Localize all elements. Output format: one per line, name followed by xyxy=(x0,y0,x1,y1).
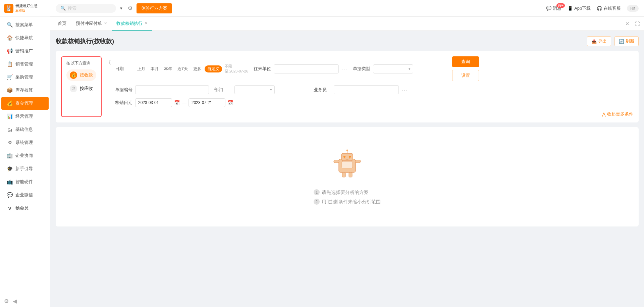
staff-more-icon[interactable]: ··· xyxy=(401,87,408,93)
writeoff-date-start-input[interactable] xyxy=(135,98,172,107)
svg-rect-10 xyxy=(342,161,353,168)
collapse-more[interactable]: ⋀ 收起更多条件 xyxy=(115,111,633,117)
tab-expand-icon[interactable]: ⛶ xyxy=(634,19,641,28)
sidebar-item-marketing[interactable]: 📢 营销推广 xyxy=(1,45,49,57)
setting-button[interactable]: 设置 xyxy=(452,70,479,81)
topbar-search-icon: 🔍 xyxy=(60,6,66,11)
dept-select[interactable] xyxy=(234,85,275,94)
message-icon: 💬 xyxy=(546,6,551,11)
writeoff-date-range: 📅 — 📅 xyxy=(135,98,233,107)
topbar-search-box[interactable]: 🔍 搜索 xyxy=(56,4,116,13)
filter-row-1: 日期 上月 本月 本年 近7天 更多 自定义 不限 至 2023-07-26 xyxy=(115,56,633,81)
sidebar-item-enterprise[interactable]: 🏢 企业协同 xyxy=(1,149,49,162)
filter-option-by-receivable[interactable]: ⏱ 按应收 xyxy=(66,83,96,94)
svg-rect-8 xyxy=(334,160,339,163)
tabs-actions: ✕ ⛶ xyxy=(624,19,641,28)
sidebar-item-member[interactable]: V 畅会员 xyxy=(1,202,49,214)
sidebar-item-sales[interactable]: 📋 销售管理 xyxy=(1,58,49,70)
sidebar-item-hardware[interactable]: 📺 智能硬件 xyxy=(1,175,49,188)
sidebar-item-system[interactable]: ⚙ 系统管理 xyxy=(1,136,49,149)
doc-type-select[interactable] xyxy=(373,64,413,73)
empty-tips: 1 请先选择要分析的方案 2 用[过滤]条件来缩小分析范围 xyxy=(314,188,381,206)
counterparty-label: 往来单位 xyxy=(254,66,271,72)
dept-label: 部门 xyxy=(214,87,232,93)
date-opt-7days[interactable]: 近7天 xyxy=(175,65,190,72)
sidebar-item-wechat[interactable]: 💬 企业微信 xyxy=(1,189,49,201)
staff-input[interactable] xyxy=(334,85,399,94)
filter-type-title: 按以下方查询 xyxy=(66,60,96,66)
date-to: 至 2023-07-26 xyxy=(225,69,248,74)
sales-icon: 📋 xyxy=(7,61,13,67)
guide-icon: 🎓 xyxy=(7,166,13,172)
writeoff-date-end-cal-icon[interactable]: 📅 xyxy=(227,100,233,105)
sidebar-footer: ⚙ ◀ xyxy=(0,295,50,307)
footer-collapse-icon[interactable]: ◀ xyxy=(13,298,17,304)
sidebar-item-search[interactable]: 🔍 搜索菜单 xyxy=(1,18,49,31)
app-icon: 📱 xyxy=(568,6,573,11)
writeoff-date-end-input[interactable] xyxy=(189,98,225,107)
date-opt-this-month[interactable]: 本月 xyxy=(149,65,161,72)
filter-field-date: 日期 上月 本月 本年 近7天 更多 自定义 不限 至 2023-07-26 xyxy=(115,64,248,74)
ops-icon: 📊 xyxy=(7,113,13,119)
hardware-icon: 📺 xyxy=(7,179,13,185)
app-download-button[interactable]: 📱 App下载 xyxy=(568,5,591,11)
sidebar-item-ops[interactable]: 📊 经营管理 xyxy=(1,110,49,123)
finance-icon: 💰 xyxy=(7,100,13,106)
page-title: 收款核销执行(按收款) xyxy=(56,37,114,45)
message-button[interactable]: 💬 消息 99+ xyxy=(546,5,561,11)
filter-field-writeoff-date: 核销日期 📅 — 📅 xyxy=(115,98,233,107)
export-button[interactable]: 📤 导出 xyxy=(587,36,611,46)
page-header: 收款核销执行(按收款) 📤 导出 🔄 刷新 xyxy=(56,36,639,46)
doc-no-input[interactable] xyxy=(135,85,209,94)
tab-prepay[interactable]: 预付冲应付单 ✕ xyxy=(71,17,112,31)
page-content: 收款核销执行(按收款) 📤 导出 🔄 刷新 按以下方查询 💰 按收款 xyxy=(50,31,644,307)
date-opt-this-year[interactable]: 本年 xyxy=(162,65,174,72)
tab-home[interactable]: 首页 xyxy=(53,17,71,31)
filter-option-by-receipt[interactable]: 💰 按收款 xyxy=(66,69,96,81)
tab-close-all-icon[interactable]: ✕ xyxy=(624,19,631,28)
sidebar-item-guide[interactable]: 🎓 新手引导 xyxy=(1,162,49,175)
doc-type-select-wrapper xyxy=(373,64,413,73)
date-no-limit: 不限 xyxy=(225,64,248,69)
message-badge: 99+ xyxy=(556,3,565,8)
filter-actions: 查询 设置 xyxy=(452,56,479,81)
logo-sub: 标准版 xyxy=(15,8,38,13)
doc-type-label: 单据类型 xyxy=(353,66,370,72)
sidebar-item-finance[interactable]: 💰 资金管理 xyxy=(1,97,49,110)
counterparty-more-icon[interactable]: ··· xyxy=(341,66,347,71)
receivable-icon: ⏱ xyxy=(70,85,77,92)
query-button[interactable]: 查询 xyxy=(452,56,479,67)
sidebar-item-quick-nav[interactable]: 🏠 快捷导航 xyxy=(1,32,49,44)
industry-solution-button[interactable]: 休验行业方案 xyxy=(137,3,172,13)
collapse-icon: ⋀ xyxy=(602,112,606,117)
counterparty-input[interactable] xyxy=(274,64,339,73)
writeoff-date-start-cal-icon[interactable]: 📅 xyxy=(174,100,180,105)
writeoff-date-label: 核销日期 xyxy=(115,100,132,106)
filter-row-2: 单据编号 部门 业务员 xyxy=(115,85,633,94)
tab-prepay-close-icon[interactable]: ✕ xyxy=(104,21,107,25)
logo-text: 畅捷通好生意 xyxy=(15,3,38,8)
topbar-dropdown[interactable]: ▾ xyxy=(120,6,122,11)
sidebar-item-base[interactable]: 🗂 基础信息 xyxy=(1,123,49,136)
svg-point-5 xyxy=(346,150,348,151)
date-opt-more[interactable]: 更多 xyxy=(191,65,203,72)
sidebar-item-inventory[interactable]: 📦 库存核算 xyxy=(1,84,49,97)
tabs-bar: 首页 预付冲应付单 ✕ 收款核销执行 ✕ ✕ ⛶ xyxy=(50,17,644,31)
tab-collection[interactable]: 收款核销执行 ✕ xyxy=(112,17,152,31)
filter-collapse-icon[interactable]: 《 xyxy=(106,59,111,66)
staff-label: 业务员 xyxy=(314,87,331,93)
footer-settings-icon[interactable]: ⚙ xyxy=(4,298,9,304)
tab-collection-close-icon[interactable]: ✕ xyxy=(145,21,148,25)
filter-field-dept: 部门 xyxy=(214,85,308,94)
system-icon: ⚙ xyxy=(7,140,13,146)
refresh-button[interactable]: 🔄 刷新 xyxy=(614,36,639,46)
date-opt-custom[interactable]: 自定义 xyxy=(205,65,222,72)
svg-rect-6 xyxy=(342,172,345,177)
settings-gear-icon[interactable]: ⚙ xyxy=(128,5,132,11)
sidebar-item-purchase[interactable]: 🛒 采购管理 xyxy=(1,71,49,84)
filter-field-doc-no: 单据编号 xyxy=(115,85,209,94)
home-icon: 🏠 xyxy=(7,35,13,41)
user-avatar[interactable]: Rit xyxy=(627,5,639,12)
online-service-button[interactable]: 🎧 在线客服 xyxy=(597,5,621,11)
date-opt-last-month[interactable]: 上月 xyxy=(135,65,147,72)
